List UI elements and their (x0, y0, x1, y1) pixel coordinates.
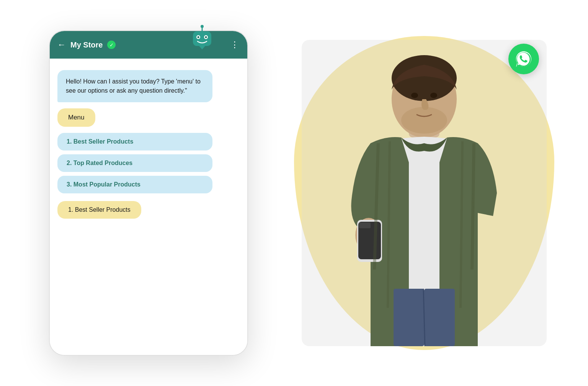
robot-icon (187, 25, 217, 55)
chat-header: ← My Store ✓ ⋮ (50, 31, 247, 59)
svg-point-6 (205, 36, 207, 38)
bot-greeting-bubble: Hello! How can I assist you today? Type … (57, 70, 212, 102)
menu-option-1-text: 1. Best Seller Products (67, 138, 133, 145)
menu-option-2-text: 2. Top Rated Produces (67, 160, 132, 166)
svg-rect-23 (424, 289, 455, 346)
user-menu-bubble: Menu (57, 108, 95, 127)
phone-frame: ← My Store ✓ ⋮ Hello! How can I assist y… (49, 30, 248, 356)
page-container: ← My Store ✓ ⋮ Hello! How can I assist y… (0, 0, 588, 386)
back-button[interactable]: ← (57, 40, 66, 50)
whatsapp-float-icon[interactable] (508, 44, 539, 74)
menu-option-3-text: 3. Most Popular Products (67, 181, 140, 188)
menu-option-3[interactable]: 3. Most Popular Products (57, 176, 212, 193)
verified-badge: ✓ (107, 41, 116, 49)
svg-point-12 (411, 93, 418, 98)
menu-option-1[interactable]: 1. Best Seller Products (57, 133, 212, 150)
chat-body: Hello! How can I assist you today? Type … (50, 59, 247, 355)
header-left: ← My Store ✓ (57, 40, 116, 50)
svg-line-21 (472, 143, 474, 270)
user-reply-text: 1. Best Seller Products (68, 206, 131, 213)
svg-rect-2 (193, 31, 211, 46)
svg-point-13 (430, 93, 437, 98)
more-options-button[interactable]: ⋮ (230, 40, 240, 50)
store-name: My Store (70, 41, 103, 49)
left-section: ← My Store ✓ ⋮ Hello! How can I assist y… (18, 21, 279, 365)
user-reply-bubble: 1. Best Seller Products (57, 201, 141, 219)
user-menu-text: Menu (68, 114, 85, 121)
menu-option-2[interactable]: 2. Top Rated Produces (57, 154, 212, 172)
menu-options-list: 1. Best Seller Products 2. Top Rated Pro… (57, 133, 212, 193)
svg-point-5 (198, 36, 199, 38)
svg-point-1 (201, 25, 204, 28)
svg-point-11 (401, 107, 447, 134)
bot-greeting-text: Hello! How can I assist you today? Type … (66, 78, 201, 94)
whatsapp-icon (514, 50, 533, 68)
svg-rect-17 (359, 222, 371, 228)
right-section (279, 21, 570, 365)
svg-rect-22 (394, 289, 424, 346)
person-photo (302, 40, 547, 346)
